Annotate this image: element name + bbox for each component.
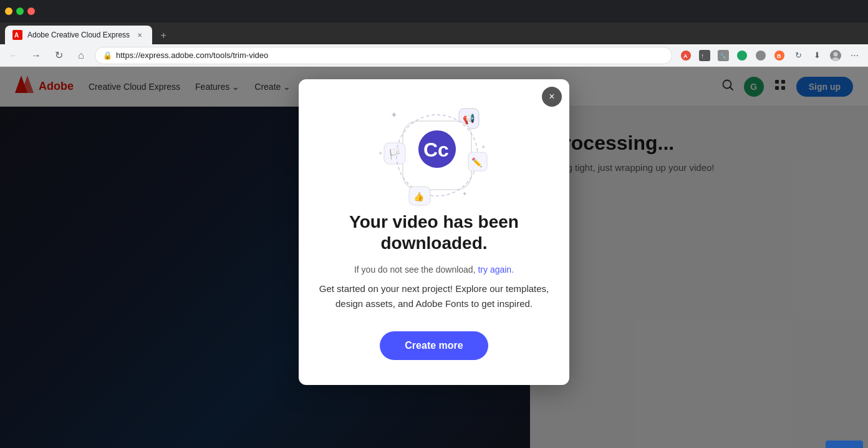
svg-point-13 (834, 52, 838, 56)
window-controls (5, 7, 35, 15)
url-bar[interactable]: 🔒 https://express.adobe.com/tools/trim-v… (95, 47, 672, 64)
forward-button[interactable]: → (27, 47, 45, 64)
sync-icon[interactable]: ↻ (789, 47, 807, 64)
back-button[interactable]: ← (5, 47, 22, 64)
page-wrapper: Adobe Creative Cloud Express Features ⌄ … (0, 67, 868, 448)
svg-text:A: A (683, 53, 688, 59)
svg-point-9 (756, 51, 766, 61)
ext-icon-2[interactable]: ↑ (696, 47, 713, 64)
svg-text:↑: ↑ (701, 52, 704, 59)
success-modal: × ✦ ✦ ✦ ✦ ✦ 📢 (299, 79, 569, 385)
modal-overlay: × ✦ ✦ ✦ ✦ ✦ 📢 (0, 67, 868, 448)
cc-illustration: ✦ ✦ ✦ ✦ ✦ 📢 Cc (372, 99, 496, 212)
browser-chrome (0, 0, 868, 22)
browser-toolbar: A ↑ 🔧 B ↻ ⬇ ⋯ (677, 47, 863, 64)
profile-circle-gray[interactable] (752, 47, 769, 64)
tab-favicon-icon: A (12, 30, 22, 40)
close-window-button[interactable] (27, 7, 35, 15)
address-bar: ← → ↻ ⌂ 🔒 https://express.adobe.com/tool… (0, 44, 868, 67)
new-tab-button[interactable]: + (155, 27, 172, 44)
modal-subtitle: If you do not see the download, try agai… (354, 263, 514, 276)
url-text: https://express.adobe.com/tools/trim-vid… (116, 51, 268, 60)
svg-text:🔧: 🔧 (720, 52, 727, 60)
svg-text:Cc: Cc (423, 139, 449, 161)
try-again-link[interactable]: try again. (478, 265, 514, 275)
watermark: GADGETS TO USE (826, 441, 863, 448)
create-more-button[interactable]: Create more (380, 331, 488, 360)
reload-button[interactable]: ↻ (50, 47, 67, 64)
more-options-button[interactable]: ⋯ (846, 47, 863, 64)
lock-icon: 🔒 (103, 51, 112, 60)
svg-text:✦: ✦ (481, 144, 486, 150)
svg-text:✦: ✦ (462, 190, 467, 197)
tab-title: Adobe Creative Cloud Express (27, 31, 130, 39)
tab-close-button[interactable]: ✕ (135, 30, 145, 40)
svg-text:✦: ✦ (378, 150, 383, 157)
modal-title: Your video has been downloaded. (319, 212, 549, 253)
svg-text:✦: ✦ (390, 110, 398, 120)
svg-text:👍: 👍 (413, 192, 425, 202)
active-tab[interactable]: A Adobe Creative Cloud Express ✕ (5, 26, 152, 44)
svg-text:B: B (777, 53, 781, 59)
minimize-button[interactable] (5, 7, 12, 15)
svg-text:A: A (14, 32, 19, 39)
ext-icon-1[interactable]: A (677, 47, 695, 64)
profile-circle-green[interactable] (733, 47, 751, 64)
modal-close-button[interactable]: × (542, 87, 562, 107)
modal-body-text: Get started on your next project! Explor… (319, 281, 549, 311)
user-profile-icon[interactable] (827, 47, 844, 64)
svg-text:🏳️: 🏳️ (388, 148, 401, 160)
ext-icon-3[interactable]: 🔧 (715, 47, 732, 64)
maximize-button[interactable] (16, 7, 24, 15)
svg-point-14 (832, 57, 839, 61)
tab-bar: A Adobe Creative Cloud Express ✕ + (0, 22, 868, 44)
svg-text:✏️: ✏️ (471, 157, 483, 168)
home-button[interactable]: ⌂ (72, 47, 90, 64)
svg-point-8 (737, 51, 747, 61)
brave-icon[interactable]: B (771, 47, 788, 64)
downloads-icon[interactable]: ⬇ (808, 47, 826, 64)
